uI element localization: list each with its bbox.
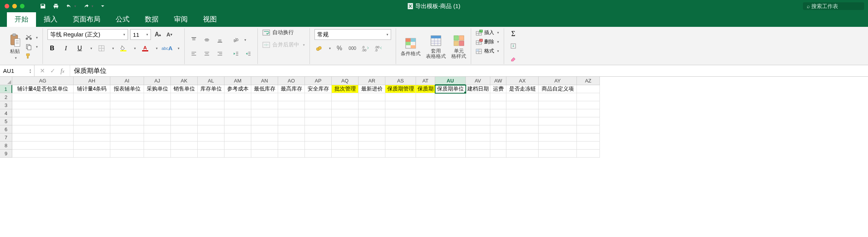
merge-center-button[interactable]: 合并后居中 ▾ bbox=[262, 41, 305, 48]
cell-AQ6[interactable] bbox=[332, 125, 359, 133]
cell-AP3[interactable] bbox=[305, 101, 332, 109]
cell-AZ1[interactable] bbox=[577, 85, 600, 93]
cell-AK5[interactable] bbox=[171, 117, 198, 125]
cell-AP7[interactable] bbox=[305, 133, 332, 142]
increase-decimal-icon[interactable]: .0.00 bbox=[361, 44, 370, 53]
cell-style-button[interactable]: 单元 格样式 bbox=[451, 34, 466, 59]
cell-AT4[interactable] bbox=[416, 109, 435, 117]
cell-AN9[interactable] bbox=[251, 150, 278, 158]
cell-AS4[interactable] bbox=[385, 109, 416, 117]
cell-AX3[interactable] bbox=[506, 101, 539, 109]
cell-AJ6[interactable] bbox=[144, 125, 171, 133]
cell-AM1[interactable]: 参考成本 bbox=[224, 85, 251, 93]
cell-AV2[interactable] bbox=[466, 93, 490, 101]
cell-AL3[interactable] bbox=[198, 101, 224, 109]
cell-AR8[interactable] bbox=[359, 142, 385, 150]
cell-AS7[interactable] bbox=[385, 133, 416, 142]
column-header-AM[interactable]: AM bbox=[224, 77, 251, 85]
cell-AI5[interactable] bbox=[110, 117, 144, 125]
cell-AO9[interactable] bbox=[278, 150, 305, 158]
cell-AT5[interactable] bbox=[416, 117, 435, 125]
cell-AI4[interactable] bbox=[110, 109, 144, 117]
cell-AG8[interactable] bbox=[12, 142, 74, 150]
align-left-icon[interactable] bbox=[189, 49, 198, 58]
cell-AG5[interactable] bbox=[12, 117, 74, 125]
column-header-AJ[interactable]: AJ bbox=[144, 77, 171, 85]
cell-AY3[interactable] bbox=[539, 101, 577, 109]
cell-AH8[interactable] bbox=[74, 142, 110, 150]
orientation-icon[interactable]: ab bbox=[231, 35, 241, 44]
cell-AM8[interactable] bbox=[224, 142, 251, 150]
cell-AT2[interactable] bbox=[416, 93, 435, 101]
decrease-font-icon[interactable]: A▾ bbox=[165, 30, 174, 39]
cell-AU6[interactable] bbox=[435, 125, 466, 133]
cell-AT7[interactable] bbox=[416, 133, 435, 142]
row-header-2[interactable]: 2 bbox=[0, 93, 12, 101]
cell-AW2[interactable] bbox=[490, 93, 506, 101]
cell-AL1[interactable]: 库存单位 bbox=[198, 85, 224, 93]
cell-AS9[interactable] bbox=[385, 150, 416, 158]
cell-AV1[interactable]: 建档日期 bbox=[466, 85, 490, 93]
cell-AG7[interactable] bbox=[12, 133, 74, 142]
cell-AK1[interactable]: 销售单位 bbox=[171, 85, 198, 93]
cell-AP6[interactable] bbox=[305, 125, 332, 133]
cell-AZ2[interactable] bbox=[577, 93, 600, 101]
cell-AV5[interactable] bbox=[466, 117, 490, 125]
cell-AH6[interactable] bbox=[74, 125, 110, 133]
cell-AY2[interactable] bbox=[539, 93, 577, 101]
cell-AM5[interactable] bbox=[224, 117, 251, 125]
cell-AN5[interactable] bbox=[251, 117, 278, 125]
cell-AN4[interactable] bbox=[251, 109, 278, 117]
align-top-icon[interactable] bbox=[189, 35, 198, 44]
cell-AP4[interactable] bbox=[305, 109, 332, 117]
cell-AZ4[interactable] bbox=[577, 109, 600, 117]
increase-font-icon[interactable]: A▴ bbox=[153, 30, 162, 39]
cell-AN2[interactable] bbox=[251, 93, 278, 101]
cell-AU5[interactable] bbox=[435, 117, 466, 125]
cell-AW1[interactable]: 运费 bbox=[490, 85, 506, 93]
close-window-button[interactable] bbox=[5, 4, 9, 8]
cell-AW5[interactable] bbox=[490, 117, 506, 125]
formula-input[interactable]: 保质期单位 bbox=[70, 65, 868, 76]
cell-AT3[interactable] bbox=[416, 101, 435, 109]
cell-AR4[interactable] bbox=[359, 109, 385, 117]
conditional-format-button[interactable]: 条件格式 bbox=[401, 37, 421, 56]
cell-AQ9[interactable] bbox=[332, 150, 359, 158]
number-format-select[interactable]: 常规▾ bbox=[314, 29, 391, 40]
cell-AT9[interactable] bbox=[416, 150, 435, 158]
cell-AK6[interactable] bbox=[171, 125, 198, 133]
search-input[interactable] bbox=[811, 3, 860, 9]
cell-AK7[interactable] bbox=[171, 133, 198, 142]
cell-AN1[interactable]: 最低库存 bbox=[251, 85, 278, 93]
cell-AM3[interactable] bbox=[224, 101, 251, 109]
row-header-4[interactable]: 4 bbox=[0, 109, 12, 117]
cell-AX5[interactable] bbox=[506, 117, 539, 125]
table-format-button[interactable]: 套用 表格格式 bbox=[426, 34, 446, 59]
paste-button[interactable]: 粘贴 ▾ bbox=[8, 34, 21, 60]
cell-AQ7[interactable] bbox=[332, 133, 359, 142]
customize-qat-icon[interactable] bbox=[100, 4, 105, 8]
cell-AS1[interactable]: 保质期管理 bbox=[385, 85, 416, 93]
cell-AX1[interactable]: 是否走冻链 bbox=[506, 85, 539, 93]
column-header-AI[interactable]: AI bbox=[110, 77, 144, 85]
redo-icon[interactable]: ▾ bbox=[83, 3, 93, 9]
spreadsheet-grid[interactable]: AGAHAIAJAKALAMANAOAPAQARASATAUAVAWAXAYAZ… bbox=[0, 77, 868, 158]
cell-AW3[interactable] bbox=[490, 101, 506, 109]
insert-cells-button[interactable]: + 插入▾ bbox=[476, 29, 499, 36]
cell-AH4[interactable] bbox=[74, 109, 110, 117]
cell-AM7[interactable] bbox=[224, 133, 251, 142]
cell-AU2[interactable] bbox=[435, 93, 466, 101]
column-header-AU[interactable]: AU bbox=[435, 77, 466, 85]
cell-AN6[interactable] bbox=[251, 125, 278, 133]
cell-AJ3[interactable] bbox=[144, 101, 171, 109]
cell-AY7[interactable] bbox=[539, 133, 577, 142]
row-header-7[interactable]: 7 bbox=[0, 133, 12, 142]
cell-AO4[interactable] bbox=[278, 109, 305, 117]
cell-AL6[interactable] bbox=[198, 125, 224, 133]
clear-icon[interactable] bbox=[509, 54, 518, 63]
column-header-AR[interactable]: AR bbox=[359, 77, 385, 85]
cell-AQ3[interactable] bbox=[332, 101, 359, 109]
cell-AZ5[interactable] bbox=[577, 117, 600, 125]
cell-AH2[interactable] bbox=[74, 93, 110, 101]
cell-AJ2[interactable] bbox=[144, 93, 171, 101]
